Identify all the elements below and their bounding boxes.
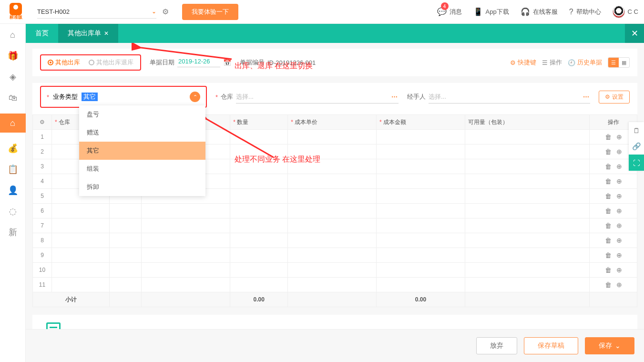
message-badge: 4	[441, 2, 449, 10]
table-row[interactable]: 6 🗑 ⊕	[33, 204, 637, 218]
sidebar-loading-icon[interactable]: ◌	[8, 206, 18, 217]
tab-other-outbound[interactable]: 其他出库单 ✕	[58, 24, 118, 43]
delete-row-icon[interactable]: 🗑	[605, 177, 612, 185]
delete-row-icon[interactable]: 🗑	[605, 266, 612, 274]
quick-key-link[interactable]: ⚙ 快捷键	[510, 57, 536, 68]
handler-field[interactable]: 经手人 选择... ⋯	[407, 91, 590, 103]
add-row-icon[interactable]: ⊕	[616, 266, 622, 274]
abandon-button[interactable]: 放弃	[476, 337, 517, 354]
chevron-up-icon[interactable]: ⌃	[190, 92, 200, 102]
tab-bar: 首页 其他出库单 ✕ ✕	[26, 24, 644, 43]
remark-icon-wrap: 备注信息	[42, 322, 65, 329]
sidebar-bag-icon[interactable]: 🛍	[8, 93, 18, 103]
save-draft-button[interactable]: 保存草稿	[524, 337, 578, 354]
subtotal-row: 小计 0.00 0.00	[33, 292, 637, 307]
more-icon[interactable]: ⋯	[583, 93, 590, 100]
user-name: C C	[628, 8, 638, 15]
dd-option-chaixi[interactable]: 拆卸	[79, 178, 205, 196]
quick-links: ⚙ 快捷键 ☰ 操作 🕘 历史单据 ☰ ▦	[510, 57, 630, 68]
radio-dot-icon	[48, 60, 53, 65]
delete-row-icon[interactable]: 🗑	[605, 148, 612, 155]
link-tool-icon[interactable]: 🔗	[629, 138, 644, 155]
delete-row-icon[interactable]: 🗑	[605, 281, 612, 289]
add-row-icon[interactable]: ⊕	[616, 163, 622, 170]
tab-home[interactable]: 首页	[26, 24, 58, 43]
table-row[interactable]: 10 🗑 ⊕	[33, 263, 637, 278]
user-profile[interactable]: C C	[613, 6, 638, 18]
sidebar-new-icon[interactable]: 新	[8, 227, 18, 238]
view-toggle: ☰ ▦	[608, 57, 630, 68]
radio-other-return[interactable]: 其他出库退库	[89, 58, 133, 67]
org-value: TEST-H002	[37, 8, 70, 15]
sidebar-diamond-icon[interactable]: ◈	[8, 72, 18, 82]
outbound-type-radio-group: 其他出库 其他出库退库	[40, 54, 141, 71]
date-field[interactable]: 单据日期 2019-12-26 📅	[150, 58, 231, 67]
add-row-icon[interactable]: ⊕	[616, 192, 622, 200]
date-value: 2019-12-26	[177, 58, 220, 67]
dd-option-pankui[interactable]: 盘亏	[79, 105, 205, 124]
calendar-icon[interactable]: 📅	[223, 59, 231, 66]
table-row[interactable]: 8 🗑 ⊕	[33, 233, 637, 248]
delete-row-icon[interactable]: 🗑	[605, 163, 612, 170]
more-icon[interactable]: ⋯	[391, 93, 399, 100]
add-row-icon[interactable]: ⊕	[616, 222, 622, 229]
row-index: 10	[33, 263, 52, 278]
add-row-icon[interactable]: ⊕	[616, 281, 622, 289]
try-button[interactable]: 我要体验一下	[182, 4, 238, 20]
required-star-icon: *	[47, 93, 49, 101]
delete-row-icon[interactable]: 🗑	[605, 192, 612, 200]
add-row-icon[interactable]: ⊕	[616, 133, 622, 141]
sidebar-money-icon[interactable]: 💰	[8, 143, 18, 154]
help-center-link[interactable]: ? 帮助中心	[569, 8, 601, 16]
table-row[interactable]: 9 🗑 ⊕	[33, 248, 637, 263]
online-service-link[interactable]: 🎧 在线客服	[521, 7, 558, 16]
delete-row-icon[interactable]: 🗑	[605, 251, 612, 259]
row-index: 9	[33, 248, 52, 263]
dd-option-qita[interactable]: 其它	[79, 142, 205, 160]
view-list-icon[interactable]: ☰	[608, 58, 619, 67]
doc-no-field: 单据编号 ID-20191226-001	[240, 58, 316, 67]
sidebar-home-icon[interactable]: ⌂	[8, 30, 18, 40]
page-body: 其他出库 其他出库退库 单据日期 2019-12-26 📅 单据编号 ID-20…	[26, 43, 644, 329]
sidebar-person-icon[interactable]: 👤	[8, 185, 18, 196]
setting-button[interactable]: ⚙ 设置	[599, 91, 630, 103]
close-all-tabs[interactable]: ✕	[625, 24, 644, 43]
operate-link[interactable]: ☰ 操作	[542, 57, 562, 68]
table-row[interactable]: 7 🗑 ⊕	[33, 218, 637, 233]
save-button[interactable]: 保存 ⌄	[585, 337, 634, 354]
sidebar-gift-icon[interactable]: 🎁	[8, 51, 18, 61]
help-icon: ?	[569, 8, 573, 16]
add-row-icon[interactable]: ⊕	[616, 251, 622, 259]
warehouse-field[interactable]: * 仓库 选择... ⋯	[215, 91, 399, 103]
notes-tool-icon[interactable]: 🗒	[629, 122, 644, 138]
delete-row-icon[interactable]: 🗑	[605, 222, 612, 229]
delete-row-icon[interactable]: 🗑	[605, 207, 612, 215]
app-download-link[interactable]: 📱 App下载	[473, 7, 509, 16]
gear-icon[interactable]: ⚙	[162, 7, 169, 16]
add-row-icon[interactable]: ⊕	[616, 148, 622, 155]
add-row-icon[interactable]: ⊕	[616, 177, 622, 185]
radio-other-outbound[interactable]: 其他出库	[48, 58, 80, 67]
view-grid-icon[interactable]: ▦	[619, 58, 629, 67]
add-row-icon[interactable]: ⊕	[616, 207, 622, 215]
delete-row-icon[interactable]: 🗑	[605, 133, 612, 141]
add-row-icon[interactable]: ⊕	[616, 237, 622, 244]
subtotal-amount: 0.00	[377, 292, 465, 307]
history-link[interactable]: 🕘 历史单据	[568, 57, 602, 68]
delete-row-icon[interactable]: 🗑	[605, 237, 612, 244]
row-index: 6	[33, 204, 52, 218]
th-cost-price: * 成本单价	[288, 115, 377, 130]
org-select[interactable]: TEST-H002 ⌄	[37, 5, 156, 19]
close-icon[interactable]: ✕	[104, 30, 109, 37]
dd-option-zengsong[interactable]: 赠送	[79, 124, 205, 142]
column-settings-icon[interactable]: ⚙	[33, 115, 52, 130]
sidebar-clipboard-icon[interactable]: 📋	[8, 164, 18, 175]
sidebar-warehouse-icon[interactable]: ⌂	[0, 114, 26, 133]
expand-tool-icon[interactable]: ⛶	[629, 155, 644, 171]
sidebar: ⌂ 🎁 ◈ 🛍 ⌂ 💰 📋 👤 ◌ 新	[0, 24, 26, 362]
messages-link[interactable]: 💬 4 消息	[437, 7, 462, 16]
table-row[interactable]: 11 🗑 ⊕	[33, 278, 637, 292]
dd-option-zuzhuang[interactable]: 组装	[79, 160, 205, 178]
business-type-select[interactable]: * 业务类型 其它 ⌃ 盘亏 赠送 其它 组装 拆卸	[40, 86, 207, 108]
chevron-down-icon: ⌄	[152, 8, 156, 15]
